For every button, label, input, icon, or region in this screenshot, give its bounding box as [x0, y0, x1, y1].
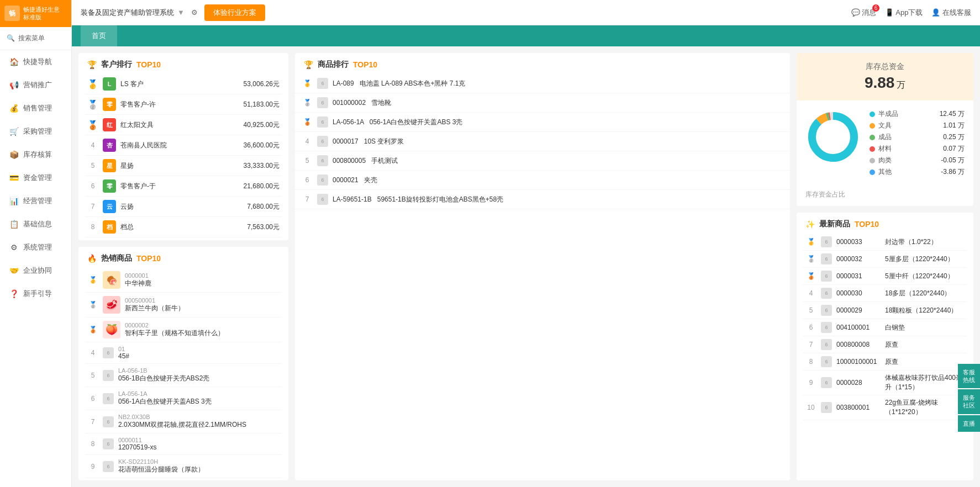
- product-placeholder: 6: [103, 438, 114, 449]
- bronze-medal-icon: 🥉: [87, 120, 98, 130]
- avatar: L: [103, 77, 116, 91]
- product-image: 🍑: [103, 321, 120, 338]
- product-placeholder: 6: [821, 288, 832, 299]
- app-download-button[interactable]: 📱 App下载: [885, 8, 923, 18]
- product-placeholder: 6: [103, 461, 114, 472]
- customer-service-button[interactable]: 客服热线: [958, 364, 980, 389]
- live-broadcast-button[interactable]: 直播: [958, 415, 980, 432]
- header: 装备及固定资产辅助管理系统 ▼ ⚙ 体验行业方案 💬 消息 6 📱 App下载 …: [72, 0, 980, 25]
- sidebar-item-marketing[interactable]: 📢 营销推广: [0, 73, 71, 97]
- legend-item-material: 材料 0.07 万: [870, 144, 965, 153]
- sidebar-item-purchase[interactable]: 🛒 采购管理: [0, 120, 71, 143]
- legend-color-dot: [870, 135, 875, 140]
- hot-products-card: 🔥 热销商品 TOP10 🥇 🍖 0000001 中华神鹿 🥈: [78, 247, 288, 480]
- app-icon: 📱: [885, 8, 894, 17]
- inventory-legend: 半成品 12.45 万 文具 1.01 万 成品 0.25 万: [870, 109, 965, 179]
- sidebar-item-quick-nav[interactable]: 🏠 快捷导航: [0, 50, 71, 73]
- online-service-button[interactable]: 👤 在线客服: [931, 8, 971, 18]
- list-item: 🥈 6 001000002 雪地靴: [295, 93, 790, 113]
- inventory-card: 库存总资金 9.88 万: [797, 53, 973, 206]
- sidebar-logo[interactable]: 畅 畅捷通好生意 标准版: [0, 0, 71, 27]
- legend-item-semifinished: 半成品 12.45 万: [870, 109, 965, 119]
- product-image: 🍖: [103, 271, 120, 289]
- tab-bar: 首页: [72, 25, 980, 46]
- product-placeholder: 6: [821, 322, 832, 333]
- list-item: 5 6 LA-056-1B 056-1B白色按键开关壳ABS2壳: [85, 364, 282, 387]
- legend-color-dot: [870, 146, 875, 152]
- avatar: 零: [103, 98, 116, 111]
- list-item: 4 6 0000030 18多层（1220*2440）: [803, 285, 967, 302]
- legend-item-other: 其他 -3.86 万: [870, 167, 965, 177]
- product-placeholder: 6: [821, 236, 832, 247]
- product-placeholder: 6: [317, 194, 328, 205]
- rank-badge: 7: [87, 418, 98, 426]
- product-placeholder: 6: [317, 155, 328, 166]
- product-placeholder: 6: [103, 416, 114, 427]
- tab-home[interactable]: 首页: [81, 25, 117, 46]
- hot-products-title: 🔥 热销商品 TOP10: [78, 247, 288, 268]
- avatar: 杏: [103, 139, 116, 152]
- legend-color-dot: [870, 158, 875, 163]
- page-body: 🏆 客户排行 TOP10 🥇 L LS 客户 53,006.26元 🥈 零 零售…: [72, 46, 980, 487]
- list-item: 6 6 0000021 夹壳: [295, 171, 790, 190]
- newest-products-card: ✨ 最新商品 TOP10 🥇 6 0000033 封边带（1.0*22） 🥈 6…: [797, 213, 973, 480]
- legend-item-meat: 肉类 -0.05 万: [870, 156, 965, 165]
- sidebar-item-finance[interactable]: 💳 资金管理: [0, 166, 71, 189]
- float-buttons: 客服热线 服务社区 直播: [958, 364, 980, 432]
- legend-color-dot: [870, 112, 875, 117]
- rank-badge: 4: [87, 349, 98, 357]
- avatar: 星: [103, 159, 116, 172]
- mid-product-ranking-card: 🏆 商品排行 TOP10 🥇 6 LA-089 电池盖 LA-089 ABS本色…: [295, 53, 790, 480]
- trophy-icon: 🏆: [87, 60, 97, 69]
- rank-badge: 5: [87, 372, 98, 379]
- sidebar-item-inventory[interactable]: 📦 库存核算: [0, 143, 71, 166]
- product-info: 0000011 12070519-xs: [118, 437, 280, 451]
- sidebar-search-area: 🔍 搜索菜单: [0, 27, 71, 50]
- settings-icon[interactable]: ⚙: [191, 8, 198, 17]
- sidebar-item-system[interactable]: ⚙ 系统管理: [0, 236, 71, 259]
- list-item: 7 6 000800008 原查: [803, 336, 967, 353]
- search-menu-button[interactable]: 🔍 搜索菜单: [4, 31, 67, 45]
- inventory-value-display: 9.88 万: [805, 74, 965, 92]
- newest-products-title: ✨ 最新商品 TOP10: [797, 213, 973, 234]
- avatar: 零: [103, 179, 116, 193]
- customer-ranking-card: 🏆 客户排行 TOP10 🥇 L LS 客户 53,006.26元 🥈 零 零售…: [78, 53, 288, 240]
- product-info: LA-056-1B 056-1B白色按键开关壳ABS2壳: [118, 367, 280, 383]
- rank-badge: 9: [87, 463, 98, 470]
- list-item: 5 6 0000029 18颗粒板（1220*2440）: [803, 302, 967, 319]
- list-item: 4 6 0000017 10S 变利罗浆: [295, 132, 790, 151]
- sidebar-item-enterprise[interactable]: 🤝 企业协同: [0, 259, 71, 282]
- list-item: 9 6 0000028 体械嘉枚味苏打饮品400毫升（1*15）: [803, 370, 967, 395]
- product-image: 🥩: [103, 296, 120, 314]
- new-icon: ✨: [805, 220, 815, 229]
- message-button[interactable]: 💬 消息 6: [851, 8, 877, 18]
- sales-icon: 💰: [9, 103, 19, 113]
- product-placeholder: 6: [317, 97, 328, 108]
- avatar: 档: [103, 220, 116, 234]
- product-placeholder: 6: [317, 78, 328, 89]
- avatar: 红: [103, 118, 116, 131]
- sidebar: 畅 畅捷通好生意 标准版 🔍 搜索菜单 🏠 快捷导航 📢 营销推广 💰 销售管理…: [0, 0, 72, 487]
- list-item: 🥇 🍖 0000001 中华神鹿: [85, 268, 282, 293]
- list-item: 🥇 6 0000033 封边带（1.0*22）: [803, 234, 967, 251]
- legend-color-dot: [870, 170, 875, 175]
- sidebar-item-basic-info[interactable]: 📋 基础信息: [0, 213, 71, 236]
- legend-color-dot: [870, 123, 875, 129]
- finance-icon: 💳: [9, 173, 19, 183]
- search-icon: 🔍: [7, 34, 15, 42]
- list-item: 🥈 6 0000032 5厘多层（1220*2440）: [803, 251, 967, 268]
- list-item: 10 6 003800001 22g鱼豆腐-烧烤味（1*12*20）: [803, 395, 967, 420]
- sidebar-item-sales[interactable]: 💰 销售管理: [0, 97, 71, 120]
- list-item: 7 6 LA-59651-1B 59651-1B旋转投影灯电池盒ABS黑色+58…: [295, 190, 790, 209]
- list-item: 8 6 0000011 12070519-xs: [85, 433, 282, 455]
- trophy2-icon: 🏆: [304, 60, 313, 69]
- product-info: 0000002 智利车子里（规格不知道填什么）: [125, 322, 280, 338]
- trial-button[interactable]: 体验行业方案: [204, 4, 265, 21]
- sidebar-item-guide[interactable]: ❓ 新手引导: [0, 282, 71, 305]
- product-placeholder: 6: [317, 117, 328, 128]
- dropdown-arrow-icon[interactable]: ▼: [177, 8, 185, 17]
- service-community-button[interactable]: 服务社区: [958, 389, 980, 414]
- product-placeholder: 6: [103, 393, 114, 404]
- sidebar-item-operations[interactable]: 📊 经营管理: [0, 189, 71, 213]
- guide-icon: ❓: [9, 289, 19, 299]
